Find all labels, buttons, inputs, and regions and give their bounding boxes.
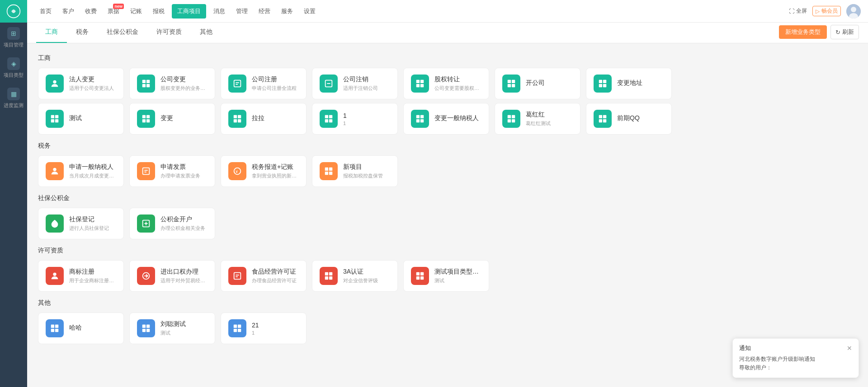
svg-point-2	[851, 7, 856, 12]
add-type-button[interactable]: 新增业务类型	[779, 25, 827, 39]
notification-header: 通知 ✕	[739, 344, 852, 352]
tab-xuke[interactable]: 许可资质	[147, 23, 191, 43]
card-sw4[interactable]: 新项目 报税加税控盘保管	[312, 155, 398, 187]
nav-operation[interactable]: 经营	[253, 0, 276, 23]
card-gs8[interactable]: 测试	[38, 103, 124, 135]
svg-rect-32	[142, 119, 146, 122]
member-btn[interactable]: ▷ 畅会员	[812, 6, 841, 16]
nav-settings[interactable]: 设置	[298, 0, 321, 23]
card-gs3[interactable]: 公司注册 申请公司注册全流程	[221, 68, 307, 99]
card-gs6[interactable]: 开公司	[495, 68, 580, 99]
card-info-ot3: 21 1	[252, 322, 299, 336]
card-title-sw1: 申请一般纳税人	[69, 163, 116, 171]
tab-shebao[interactable]: 社保公积金	[98, 23, 147, 43]
card-gs10[interactable]: 拉拉	[221, 103, 307, 135]
card-gs4[interactable]: 公司注销 适用于注销公司	[312, 68, 398, 99]
card-sb1[interactable]: 社保登记 进行人员社保登记	[38, 208, 124, 239]
nav-customer[interactable]: 客户	[57, 0, 80, 23]
nav-biz[interactable]: 工商项目	[172, 4, 206, 19]
svg-point-54	[53, 168, 56, 171]
card-xk4[interactable]: 3A认证 对企业信誉评级	[312, 260, 398, 292]
svg-rect-22	[599, 80, 602, 83]
card-sw1[interactable]: 申请一般纳税人 当月或次月成变更完成	[38, 155, 124, 187]
nav-service[interactable]: 服务	[276, 0, 298, 23]
notification-text: 河北税务数字账户升级影响通知尊敬的用户：	[739, 355, 852, 372]
card-gs12[interactable]: 变更一般纳税人	[403, 103, 489, 135]
card-gs1[interactable]: 法人变更 适用于公司变更法人	[38, 68, 124, 99]
card-xk2[interactable]: 进出口权办理 适用于对外贸易经营者	[129, 260, 215, 292]
svg-rect-76	[416, 272, 420, 275]
card-info-sw3: 税务报道+记账 拿到营业执照的新公司	[252, 163, 299, 179]
svg-point-4	[53, 80, 56, 84]
svg-rect-17	[420, 84, 424, 87]
nav-fee[interactable]: 收费	[80, 0, 102, 23]
cards-shuiwu: 申请一般纳税人 当月或次月成变更完成 申请发票 办理申请发票业务	[38, 155, 857, 187]
card-icon-gs11	[320, 110, 338, 128]
card-title-xk3: 食品经营许可证	[252, 268, 299, 276]
card-sb2[interactable]: 公积金开户 办理公积金相关业务	[129, 208, 215, 239]
card-gs13[interactable]: 葛红红 葛红红测试	[495, 103, 580, 135]
card-title-gs6: 开公司	[526, 79, 573, 87]
card-icon-ot2	[137, 319, 155, 337]
svg-rect-82	[51, 329, 54, 332]
refresh-button[interactable]: ↻ 刷新	[830, 25, 859, 39]
svg-rect-41	[329, 119, 332, 122]
nav-message[interactable]: 消息	[208, 0, 231, 23]
topnav-right: ⛶ 全屏 ▷ 畅会员	[789, 4, 861, 19]
card-sw3[interactable]: ¥ 税务报道+记账 拿到营业执照的新公司	[221, 155, 307, 187]
card-gs9[interactable]: 变更	[129, 103, 215, 135]
card-gs5[interactable]: 股权转让 公司变更需要股权转让	[403, 68, 489, 99]
card-icon-gs5	[411, 75, 429, 93]
card-gs11[interactable]: 1 1	[312, 103, 398, 135]
tab-other[interactable]: 其他	[191, 23, 222, 43]
sidebar-item-project-type[interactable]: ◈ 项目类型	[0, 53, 27, 83]
logo[interactable]	[0, 0, 27, 23]
sidebar-item-project-mgmt[interactable]: ⊞ 项目管理	[0, 23, 27, 53]
svg-rect-33	[146, 119, 150, 122]
card-title-ot3: 21	[252, 322, 299, 329]
card-info-gs14: 前期QQ	[617, 114, 664, 124]
svg-rect-28	[51, 119, 54, 122]
svg-rect-37	[238, 119, 241, 122]
card-title-xk2: 进出口权办理	[160, 268, 208, 276]
card-ot1[interactable]: 哈哈	[38, 312, 124, 344]
card-desc-gs5: 公司变更需要股权转让	[434, 85, 481, 92]
card-ot2[interactable]: 刘聪测试 测试	[129, 312, 215, 344]
nav-home[interactable]: 首页	[34, 0, 57, 23]
user-avatar[interactable]	[846, 4, 861, 19]
svg-rect-24	[599, 84, 602, 87]
card-info-ot2: 刘聪测试 测试	[160, 320, 208, 336]
new-badge: new	[113, 4, 124, 9]
nav-account[interactable]: 记账	[125, 0, 147, 23]
card-title-gs11: 1	[343, 112, 390, 119]
card-desc-gs13: 葛红红测试	[526, 120, 573, 127]
card-icon-gs6	[502, 75, 520, 93]
tab-shuiwu[interactable]: 税务	[67, 23, 98, 43]
card-title-gs4: 公司注销	[343, 75, 390, 84]
svg-rect-47	[512, 115, 515, 118]
card-gs2[interactable]: 公司变更 股权变更外的业务变更	[129, 68, 215, 99]
nav-ticket[interactable]: 票据 new	[102, 0, 125, 23]
sidebar-item-progress-monitor[interactable]: ▦ 进度监测	[0, 83, 27, 113]
svg-rect-91	[238, 329, 241, 332]
nav-tax[interactable]: 报税	[147, 0, 170, 23]
tab-gongshang[interactable]: 工商	[36, 23, 67, 43]
svg-rect-75	[329, 276, 332, 280]
card-icon-sw2	[137, 162, 155, 180]
cards-xuke: 商标注册 用于企业商标注册服务 进出口权办理 适用于对外贸易经营者	[38, 260, 857, 292]
card-gs14[interactable]: 前期QQ	[586, 103, 672, 135]
card-sw2[interactable]: 申请发票 办理申请发票业务	[129, 155, 215, 187]
card-xk1[interactable]: 商标注册 用于企业商标注册服务	[38, 260, 124, 292]
card-gs7[interactable]: 变更地址	[586, 68, 672, 99]
svg-rect-15	[420, 80, 424, 83]
svg-rect-88	[234, 325, 237, 328]
svg-rect-25	[603, 84, 606, 87]
nav-management[interactable]: 管理	[231, 0, 253, 23]
card-ot3[interactable]: 21 1	[221, 312, 307, 344]
card-xk5[interactable]: 测试项目类型自定义 测试	[403, 260, 489, 292]
notification-close-btn[interactable]: ✕	[847, 345, 852, 352]
card-info-gs13: 葛红红 葛红红测试	[526, 111, 573, 127]
card-xk3[interactable]: 食品经营许可证 办理食品经营许可证	[221, 260, 307, 292]
fullscreen-btn[interactable]: ⛶ 全屏	[789, 7, 807, 15]
fullscreen-icon: ⛶	[789, 8, 794, 14]
